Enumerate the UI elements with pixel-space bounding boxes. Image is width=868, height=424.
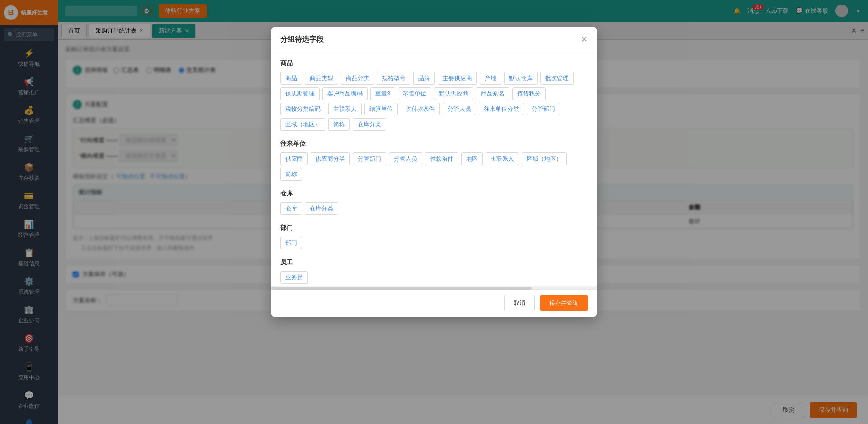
field-tag-goods-分管人员[interactable]: 分管人员 [443, 103, 476, 115]
cancel-button[interactable]: 取消 [504, 295, 535, 311]
field-section-goods-title: 商品 [280, 59, 588, 67]
field-tags-goods: 商品商品类型商品分类规格型号品牌主要供应商产地默认仓库批次管理保质期管理客户商品… [280, 72, 588, 131]
field-section-goods: 商品商品商品类型商品分类规格型号品牌主要供应商产地默认仓库批次管理保质期管理客户… [280, 59, 588, 131]
modal-hscroll-thumb [271, 287, 532, 290]
modal-body[interactable]: 商品商品商品类型商品分类规格型号品牌主要供应商产地默认仓库批次管理保质期管理客户… [271, 52, 597, 286]
modal-footer: 取消 保存并查询 [271, 289, 597, 317]
field-tag-counterpart-简称[interactable]: 简称 [280, 168, 302, 181]
field-tag-counterpart-付款条件[interactable]: 付款条件 [425, 152, 458, 165]
field-tag-goods-仓库分类[interactable]: 仓库分类 [353, 118, 386, 131]
field-tag-counterpart-供应商分类[interactable]: 供应商分类 [311, 152, 350, 165]
field-tag-goods-结算单位[interactable]: 结算单位 [364, 103, 398, 115]
field-tag-goods-收付款条件[interactable]: 收付款条件 [401, 103, 440, 115]
modal-overlay: 分组待选字段 ✕ 商品商品商品类型商品分类规格型号品牌主要供应商产地默认仓库批次… [0, 0, 868, 424]
field-section-counterpart-title: 往来单位 [280, 140, 588, 148]
field-section-employee-title: 员工 [280, 258, 588, 267]
field-section-department-title: 部门 [280, 224, 588, 232]
field-tag-counterpart-主联系人[interactable]: 主联系人 [486, 152, 519, 165]
field-tag-goods-批次管理[interactable]: 批次管理 [540, 72, 574, 85]
field-tag-goods-品牌[interactable]: 品牌 [413, 72, 435, 85]
field-tag-goods-区域（地区）[interactable]: 区域（地区） [280, 118, 326, 131]
field-tag-goods-重量3[interactable]: 重量3 [370, 87, 395, 100]
field-tag-counterpart-区域（地区）[interactable]: 区域（地区） [522, 152, 567, 165]
field-tag-goods-主联系人[interactable]: 主联系人 [328, 103, 362, 115]
field-section-counterpart: 往来单位供应商供应商分类分管部门分管人员付款条件地区主联系人区域（地区）简称 [280, 140, 588, 181]
field-tag-goods-零售单位[interactable]: 零售单位 [398, 87, 431, 100]
field-tag-counterpart-分管部门[interactable]: 分管部门 [353, 152, 386, 165]
modal-close-button[interactable]: ✕ [581, 34, 588, 44]
field-tag-goods-拣货积分[interactable]: 拣货积分 [512, 87, 546, 100]
field-tag-goods-规格型号[interactable]: 规格型号 [377, 72, 410, 85]
field-tag-goods-商品[interactable]: 商品 [280, 72, 302, 85]
field-tag-goods-商品分类[interactable]: 商品分类 [341, 72, 374, 85]
field-tag-warehouse-仓库分类[interactable]: 仓库分类 [305, 202, 338, 215]
modal-title: 分组待选字段 [280, 35, 324, 44]
modal-header: 分组待选字段 ✕ [271, 27, 597, 52]
field-tag-goods-商品别名[interactable]: 商品别名 [476, 87, 509, 100]
field-section-employee: 员工业务员 [280, 258, 588, 284]
field-tag-goods-产地[interactable]: 产地 [480, 72, 501, 85]
field-tag-department-部门[interactable]: 部门 [280, 237, 302, 249]
field-tag-goods-保质期管理[interactable]: 保质期管理 [280, 87, 320, 100]
field-tag-goods-主要供应商[interactable]: 主要供应商 [438, 72, 477, 85]
field-tags-counterpart: 供应商供应商分类分管部门分管人员付款条件地区主联系人区域（地区）简称 [280, 152, 588, 181]
field-tag-goods-税收分类编码[interactable]: 税收分类编码 [280, 103, 326, 115]
field-tag-counterpart-地区[interactable]: 地区 [461, 152, 483, 165]
field-tags-warehouse: 仓库仓库分类 [280, 202, 588, 215]
field-tag-counterpart-供应商[interactable]: 供应商 [280, 152, 308, 165]
field-tag-warehouse-仓库[interactable]: 仓库 [280, 202, 302, 215]
field-tags-employee: 业务员 [280, 271, 588, 284]
field-tag-goods-默认仓库[interactable]: 默认仓库 [504, 72, 538, 85]
field-selection-modal: 分组待选字段 ✕ 商品商品商品类型商品分类规格型号品牌主要供应商产地默认仓库批次… [271, 27, 597, 317]
field-tag-goods-商品类型[interactable]: 商品类型 [305, 72, 338, 85]
field-tags-department: 部门 [280, 237, 588, 249]
field-tag-goods-默认供应商[interactable]: 默认供应商 [434, 87, 473, 100]
field-tag-goods-分管部门[interactable]: 分管部门 [527, 103, 560, 115]
field-tag-goods-客户商品编码[interactable]: 客户商品编码 [322, 87, 368, 100]
field-tag-employee-业务员[interactable]: 业务员 [280, 271, 308, 284]
save-query-button[interactable]: 保存并查询 [540, 295, 588, 311]
modal-horizontal-scrollbar[interactable] [271, 286, 597, 289]
field-section-warehouse: 仓库仓库仓库分类 [280, 190, 588, 215]
field-tag-goods-往来单位分类[interactable]: 往来单位分类 [479, 103, 524, 115]
field-tag-counterpart-分管人员[interactable]: 分管人员 [389, 152, 422, 165]
field-section-department: 部门部门 [280, 224, 588, 249]
field-tag-goods-简称[interactable]: 简称 [328, 118, 350, 131]
field-section-warehouse-title: 仓库 [280, 190, 588, 198]
